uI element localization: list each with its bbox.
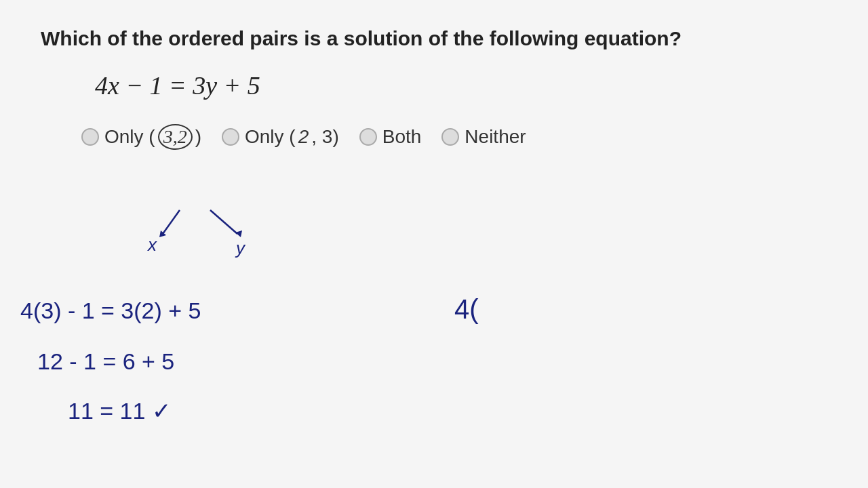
- svg-text:4(3) - 1 = 3(2) + 5: 4(3) - 1 = 3(2) + 5: [20, 298, 201, 323]
- svg-text:11  =  11 ✓: 11 = 11 ✓: [68, 398, 171, 424]
- svg-text:x: x: [146, 235, 157, 255]
- svg-text:4(: 4(: [454, 294, 479, 324]
- svg-text:12 - 1  =  6 + 5: 12 - 1 = 6 + 5: [37, 348, 174, 374]
- option-2-label: Only (2, 3): [245, 126, 339, 148]
- option-3[interactable]: Both: [359, 126, 422, 148]
- slide: Which of the ordered pairs is a solution…: [0, 0, 868, 488]
- option-2[interactable]: Only (2, 3): [222, 126, 339, 148]
- option-4-label: Neither: [465, 126, 526, 148]
- svg-marker-1: [159, 230, 166, 237]
- option-4[interactable]: Neither: [441, 126, 526, 148]
- svg-line-2: [210, 210, 237, 234]
- option-1[interactable]: Only (3,2): [81, 124, 201, 150]
- radio-4[interactable]: [441, 128, 459, 146]
- radio-3[interactable]: [359, 128, 377, 146]
- option-1-label: Only (3,2): [104, 124, 201, 150]
- svg-line-0: [163, 210, 180, 234]
- radio-2[interactable]: [222, 128, 239, 146]
- svg-marker-3: [235, 230, 242, 237]
- equation: 4x − 1 = 3y + 5: [95, 70, 827, 100]
- option-3-label: Both: [382, 126, 422, 148]
- radio-1[interactable]: [81, 128, 99, 146]
- options-container: Only (3,2) Only (2, 3) Both Neither: [81, 124, 827, 150]
- circled-32: 3,2: [158, 124, 193, 150]
- question-text: Which of the ordered pairs is a solution…: [41, 27, 827, 50]
- svg-text:y: y: [235, 238, 246, 258]
